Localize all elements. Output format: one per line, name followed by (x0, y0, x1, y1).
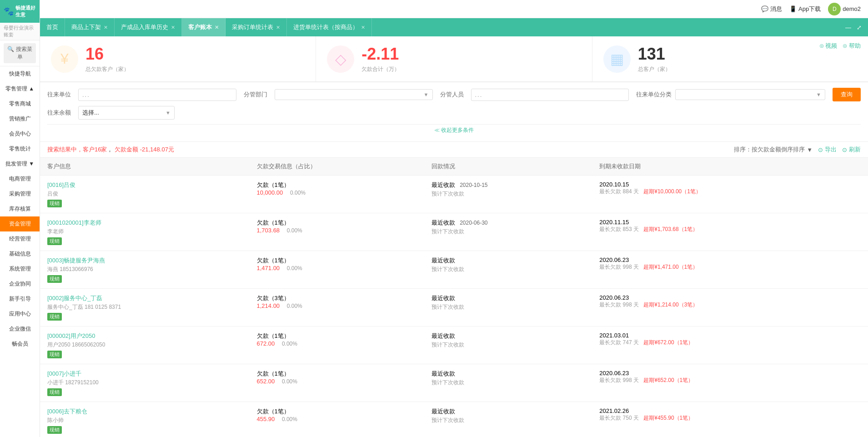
overdue-amount-5[interactable]: 超期¥652.00（1笔） (643, 377, 693, 383)
minimize-icon[interactable]: — (845, 24, 851, 31)
export-button[interactable]: ⊙ 导出 (818, 146, 837, 154)
next-payment-0: 预计下次收款 (431, 190, 585, 198)
tab-close-inbound[interactable]: ✕ (361, 25, 365, 30)
client-name-3[interactable]: [0002]服务中心_丁磊 (47, 294, 242, 302)
tab-inbound-stats[interactable]: 进货单统计表（按商品） ✕ (287, 18, 372, 36)
cell-debt-0: 欠款（1笔） 10,000.00 0.00% (250, 176, 424, 213)
sidebar-item-quick-nav[interactable]: 快捷导航 (0, 66, 40, 81)
cell-payment-0: 最近收款 2020-10-15 预计下次收款 (424, 176, 592, 213)
sidebar-item-operation[interactable]: 经营管理 (0, 231, 40, 246)
tab-products[interactable]: 商品上下架 ✕ (65, 18, 115, 36)
filter-dept: 分管部门 ▼ (244, 89, 433, 100)
filter-dept-select[interactable]: ▼ (275, 89, 433, 100)
last-payment-date-5 (457, 371, 460, 377)
tab-close-products[interactable]: ✕ (104, 25, 108, 30)
tab-production[interactable]: 产成品入库单历史 ✕ (115, 18, 182, 36)
filter-person-input[interactable]: ... (471, 89, 629, 101)
overdue-amount-2[interactable]: 超期¥1,471.00（1笔） (643, 264, 698, 270)
overdue-amount-4[interactable]: 超期¥672.00（1笔） (643, 339, 693, 346)
tab-customer-ledger[interactable]: 客户账本 ✕ (182, 18, 226, 36)
sort-label: 排序：按欠款金额倒序排序 (734, 146, 805, 154)
sidebar-item-wholesale[interactable]: 批发管理 ▼ (0, 156, 40, 171)
cell-debt-4: 欠款（1笔） 672.00 0.00% (250, 326, 424, 364)
sidebar-item-vip[interactable]: 畅会员 (0, 337, 40, 352)
client-name-2[interactable]: [0003]畅捷服务尹海燕 (47, 256, 242, 265)
overdue-amount-1[interactable]: 超期¥1,703.68（1笔） (643, 226, 698, 232)
overdue-amount-3[interactable]: 超期¥1,214.00（3笔） (643, 301, 698, 308)
sidebar-item-ecommerce[interactable]: 电商管理 (0, 171, 40, 186)
last-payment-3: 最近收款 (431, 294, 585, 302)
due-date-1: 2020.11.15 (599, 219, 861, 226)
filter-balance-select[interactable]: 选择... ▼ (78, 106, 175, 120)
tab-close-production[interactable]: ✕ (171, 25, 175, 30)
table-scroll[interactable]: 客户信息 欠款交易信息（占比） 回款情况 到期未收款日期 [0016]吕俊 吕俊… (40, 158, 868, 437)
sidebar-item-retail-mgmt[interactable]: 零售管理 ▲ (0, 81, 40, 96)
cell-payment-6: 最近收款 预计下次收款 (424, 402, 592, 437)
video-button[interactable]: ⊙ 视频 (819, 42, 838, 50)
maximize-icon[interactable]: ⤢ (857, 24, 862, 31)
sidebar-item-retail-shop[interactable]: 零售商城 (0, 96, 40, 111)
tab-purchase-stats[interactable]: 采购订单统计表 ✕ (226, 18, 287, 36)
cell-debt-3: 欠款（3笔） 1,214.00 0.00% (250, 289, 424, 326)
stat-debt-total-content: -2.11 欠款合计（万） (361, 45, 581, 73)
user-avatar: D (828, 3, 841, 15)
sidebar-item-marketing[interactable]: 营销推广 (0, 111, 40, 126)
tab-close-ledger[interactable]: ✕ (215, 25, 219, 30)
cell-due-0: 2020.10.15 最长欠款 884 天 超期¥10,000.00（1笔） (592, 176, 868, 213)
sidebar-item-finance[interactable]: 资金管理 (0, 216, 40, 231)
sidebar-item-inventory[interactable]: 库存核算 (0, 201, 40, 216)
sort-button[interactable]: 排序：按欠款金额倒序排序 ▼ (734, 146, 813, 154)
message-button[interactable]: 💬 消息 (761, 5, 782, 13)
sidebar-item-basic-info[interactable]: 基础信息 (0, 246, 40, 261)
logo-text: 畅捷通好生意 (15, 5, 36, 18)
next-payment-4: 预计下次收款 (431, 341, 585, 349)
overdue-amount-0[interactable]: 超期¥10,000.00（1笔） (643, 188, 701, 195)
stat-card-debt-total: ◇ -2.11 欠款合计（万） (316, 36, 592, 81)
sidebar-search-section: 🔍 搜索菜单 (0, 40, 40, 66)
sidebar-item-wechat[interactable]: 企业微信 (0, 321, 40, 337)
search-button[interactable]: 查询 (833, 88, 861, 101)
filter-collapse-button[interactable]: ≪ 收起更多条件 (47, 124, 861, 136)
debt-amount-3: 1,214.00 (257, 302, 280, 309)
tab-close-purchase[interactable]: ✕ (276, 25, 280, 30)
due-date-3: 2020.06.23 (599, 294, 861, 301)
filter-category-select[interactable]: ▼ (675, 89, 825, 100)
filter-category-arrow: ▼ (816, 92, 821, 97)
overdue-amount-6[interactable]: 超期¥455.90（1笔） (643, 415, 693, 421)
help-button[interactable]: ⊙ 帮助 (843, 42, 861, 50)
debt-pct-6: 0.00% (282, 416, 297, 422)
app-header: 💬 消息 📱 App下载 D demo2 (40, 0, 868, 18)
client-name-6[interactable]: [0006]去下粮仓 (47, 407, 242, 416)
app-download-button[interactable]: 📱 App下载 (789, 5, 821, 13)
cell-client-2: [0003]畅捷服务尹海燕 海燕 18513066976 现销 (40, 251, 250, 289)
client-phone-3: 服务中心_丁磊 181 0125 8371 (47, 303, 242, 311)
filter-balance-value: 选择... (82, 109, 99, 117)
sidebar-search-button[interactable]: 🔍 搜索菜单 (4, 43, 36, 63)
tab-home[interactable]: 首页 (40, 18, 65, 36)
filter-client-dots: ... (82, 91, 90, 98)
total-customers-label: 总客户（家） (638, 65, 857, 73)
sidebar-item-member[interactable]: 会员中心 (0, 126, 40, 141)
client-name-4[interactable]: [000002]用户2050 (47, 332, 242, 340)
sidebar-item-enterprise[interactable]: 企业协同 (0, 276, 40, 291)
client-name-1[interactable]: [0001020001]李老师 (47, 219, 242, 227)
message-icon: 💬 (761, 5, 768, 12)
user-menu[interactable]: D demo2 (828, 3, 861, 15)
client-name-0[interactable]: [0016]吕俊 (47, 181, 242, 189)
sidebar-item-app-center[interactable]: 应用中心 (0, 306, 40, 321)
topbar: 首页 商品上下架 ✕ 产成品入库单历史 ✕ 客户账本 ✕ 采购订单统计表 ✕ 进… (40, 18, 868, 36)
filter-client-input[interactable]: ... (78, 89, 236, 101)
sidebar-item-sys-mgmt[interactable]: 系统管理 (0, 261, 40, 276)
sidebar-item-purchase[interactable]: 采购管理 (0, 186, 40, 201)
client-name-5[interactable]: [0007]小进千 (47, 370, 242, 378)
filter-person: 分管人员 ... (440, 89, 629, 101)
refresh-button[interactable]: ⊙ 刷新 (842, 146, 861, 154)
debt-pct-1: 0.00% (287, 227, 302, 234)
last-payment-5: 最近收款 (431, 370, 585, 378)
last-payment-label-3: 最近收款 (431, 295, 455, 301)
data-table: 客户信息 欠款交易信息（占比） 回款情况 到期未收款日期 [0016]吕俊 吕俊… (40, 158, 868, 437)
sidebar-item-retail-stat[interactable]: 零售统计 (0, 141, 40, 156)
sidebar-item-guide[interactable]: 新手引导 (0, 291, 40, 306)
debt-pct-2: 0.00% (287, 265, 302, 271)
client-tag-6: 现销 (47, 426, 62, 434)
